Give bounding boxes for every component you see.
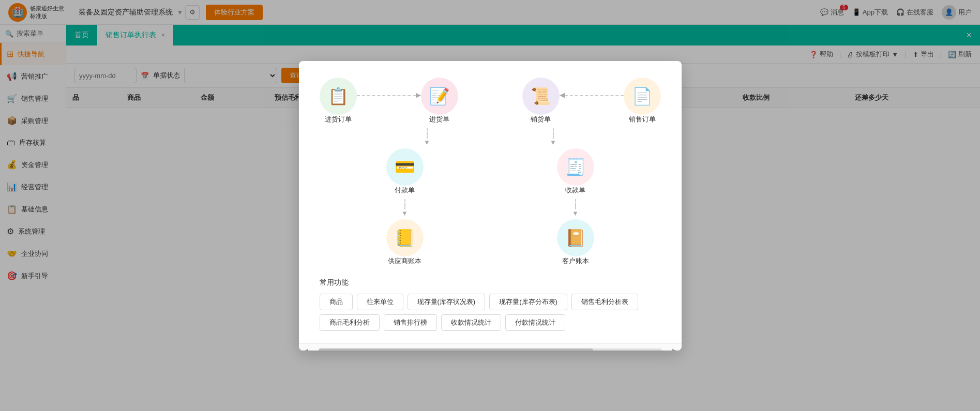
flow-item-receipt[interactable]: 🧾 收款单 — [557, 148, 594, 195]
flow-item-purchase-bill[interactable]: 📝 进货单 — [421, 78, 458, 124]
supplier-ledger-icon: 📒 — [386, 219, 424, 256]
flow-item-supplier-ledger[interactable]: 📒 供应商账本 — [386, 219, 424, 266]
common-functions: 常用功能 商品 往来单位 现存量(库存状况表) 现存量(库存分布表) 销售毛利分… — [320, 278, 661, 331]
btn-receipt-stats[interactable]: 收款情况统计 — [441, 314, 501, 331]
customer-ledger-icon: 📔 — [557, 219, 594, 256]
btn-product[interactable]: 商品 — [320, 294, 353, 310]
sales-order-icon: 📄 — [624, 78, 661, 115]
flow-item-payment[interactable]: 💳 付款单 — [386, 148, 424, 195]
btn-stock-dist[interactable]: 现存量(库存分布表) — [489, 294, 567, 310]
common-title: 常用功能 — [320, 278, 661, 287]
btn-sales-gross[interactable]: 销售毛利分析表 — [571, 294, 638, 310]
common-buttons-container: 商品 往来单位 现存量(库存状况表) 现存量(库存分布表) 销售毛利分析表 商品… — [320, 294, 661, 331]
flow-modal: 📋 进货订单 ▶ 📝 进货单 — [299, 61, 682, 351]
btn-partners[interactable]: 往来单位 — [357, 294, 403, 310]
scroll-track[interactable] — [319, 348, 662, 351]
scroll-right-arrow[interactable]: ▶ — [668, 347, 682, 351]
scroll-thumb[interactable] — [319, 348, 593, 351]
flow-item-purchase-order[interactable]: 📋 进货订单 — [320, 78, 357, 124]
btn-product-gross[interactable]: 商品毛利分析 — [320, 314, 380, 331]
flow-item-customer-ledger[interactable]: 📔 客户账本 — [557, 219, 594, 266]
flow-item-sales-order[interactable]: 📄 销售订单 — [624, 78, 661, 124]
scroll-left-arrow[interactable]: ◀ — [299, 347, 312, 351]
receipt-icon: 🧾 — [557, 148, 594, 186]
flow-item-sales-bill[interactable]: 📜 销货单 — [522, 78, 560, 124]
modal-overlay[interactable]: 📋 进货订单 ▶ 📝 进货单 — [0, 0, 980, 411]
purchase-bill-icon: 📝 — [421, 78, 458, 115]
payment-icon: 💳 — [386, 148, 424, 186]
btn-payment-stats[interactable]: 付款情况统计 — [505, 314, 565, 331]
sales-bill-icon: 📜 — [522, 78, 560, 115]
btn-stock-status[interactable]: 现存量(库存状况表) — [408, 294, 486, 310]
purchase-order-icon: 📋 — [320, 78, 357, 115]
btn-sales-ranking[interactable]: 销售排行榜 — [384, 314, 437, 331]
modal-scrollbar: ◀ ▶ — [299, 343, 682, 351]
